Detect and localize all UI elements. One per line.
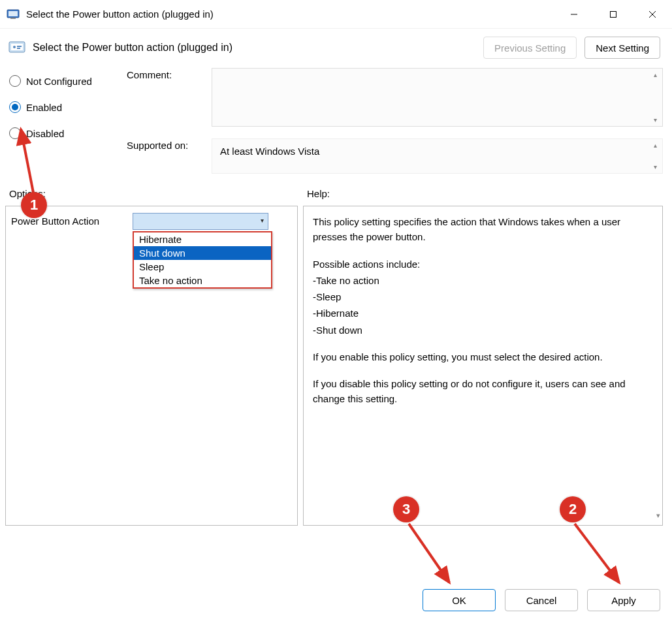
- apply-button[interactable]: Apply: [587, 589, 660, 611]
- help-text: Possible actions include:: [313, 257, 648, 272]
- radio-label: Not Configured: [26, 76, 92, 87]
- comment-textbox[interactable]: ▴▾: [212, 68, 663, 127]
- maximize-button[interactable]: [594, 0, 633, 29]
- power-button-action-dropdown: Hibernate Shut down Sleep Take no action: [133, 231, 272, 289]
- svg-line-13: [575, 524, 619, 583]
- dropdown-item-take-no-action[interactable]: Take no action: [134, 274, 271, 287]
- policy-title: Select the Power button action (plugged …: [33, 42, 232, 54]
- scroll-down-icon: ▾: [656, 510, 660, 521]
- help-text: If you disable this policy setting or do…: [313, 376, 648, 407]
- titlebar: Select the Power button action (plugged …: [0, 0, 672, 29]
- dropdown-item-shut-down[interactable]: Shut down: [134, 246, 271, 260]
- help-pane: This policy setting specifies the action…: [303, 206, 663, 526]
- next-setting-button[interactable]: Next Setting: [584, 37, 660, 59]
- app-icon: [7, 8, 20, 21]
- svg-line-14: [409, 524, 449, 583]
- radio-label: Disabled: [26, 128, 64, 139]
- radio-not-configured[interactable]: Not Configured: [9, 68, 127, 94]
- dropdown-item-hibernate[interactable]: Hibernate: [134, 232, 271, 246]
- help-text: This policy setting specifies the action…: [313, 214, 648, 245]
- cancel-button[interactable]: Cancel: [505, 589, 578, 611]
- scrollbar-stub: ▴▾: [650, 71, 660, 123]
- window-title: Select the Power button action (plugged …: [26, 8, 214, 20]
- help-section-label: Help:: [307, 188, 330, 199]
- minimize-button[interactable]: [554, 0, 594, 29]
- help-text: -Take no action: [313, 273, 648, 288]
- radio-indicator: [9, 75, 21, 87]
- svg-rect-10: [17, 46, 22, 47]
- help-text: -Sleep: [313, 289, 648, 304]
- annotation-arrow-3: [402, 520, 468, 592]
- dialog-buttons: OK Cancel Apply: [423, 589, 660, 611]
- supported-on-label: Supported on:: [127, 138, 212, 174]
- annotation-arrow-2: [568, 520, 633, 592]
- svg-point-9: [13, 46, 16, 48]
- supported-on-box: At least Windows Vista ▴▾: [212, 138, 663, 174]
- state-radio-group: Not Configured Enabled Disabled: [9, 68, 127, 185]
- close-button[interactable]: [633, 0, 672, 29]
- radio-label: Enabled: [26, 102, 62, 113]
- policy-header: Select the Power button action (plugged …: [0, 29, 672, 64]
- radio-enabled[interactable]: Enabled: [9, 94, 127, 120]
- scrollbar-stub: ▴▾: [650, 142, 660, 170]
- ok-button[interactable]: OK: [423, 589, 496, 611]
- help-text: -Hibernate: [313, 306, 648, 321]
- dropdown-item-sleep[interactable]: Sleep: [134, 260, 271, 274]
- options-section-label: Options:: [9, 188, 307, 199]
- svg-rect-2: [10, 18, 16, 19]
- radio-disabled[interactable]: Disabled: [9, 120, 127, 146]
- chevron-down-icon: ▾: [261, 217, 264, 224]
- previous-setting-button[interactable]: Previous Setting: [483, 37, 577, 59]
- svg-rect-4: [611, 11, 616, 17]
- supported-on-value: At least Windows Vista: [220, 146, 319, 157]
- radio-indicator: [9, 127, 21, 139]
- svg-rect-1: [8, 11, 18, 16]
- annotation-marker-3: 3: [393, 496, 419, 522]
- help-text: -Shut down: [313, 323, 648, 338]
- annotation-marker-1: 1: [21, 192, 47, 218]
- power-button-action-combobox[interactable]: ▾: [133, 213, 268, 230]
- options-pane: Power Button Action ▾ Hibernate Shut dow…: [5, 206, 298, 526]
- svg-rect-11: [17, 48, 20, 49]
- annotation-marker-2: 2: [560, 496, 586, 522]
- comment-label: Comment:: [127, 68, 212, 127]
- radio-indicator: [9, 101, 21, 113]
- policy-icon: [8, 39, 26, 57]
- help-text: If you enable this policy setting, you m…: [313, 349, 648, 364]
